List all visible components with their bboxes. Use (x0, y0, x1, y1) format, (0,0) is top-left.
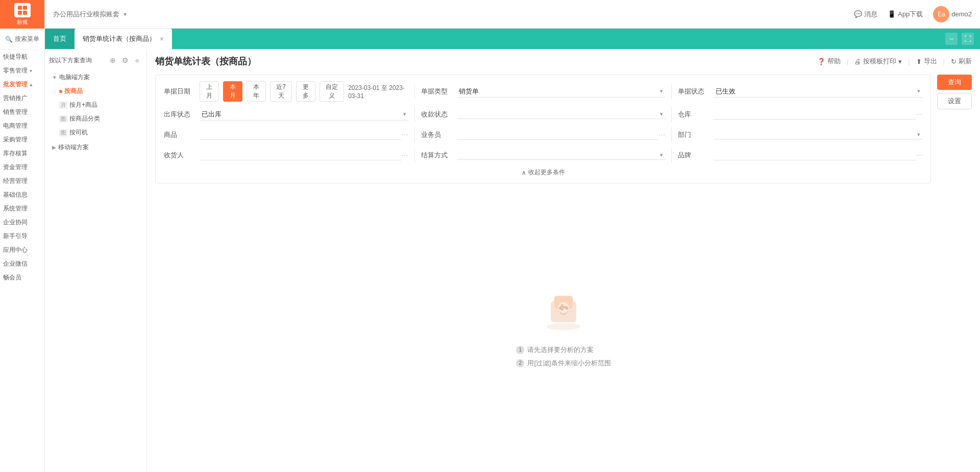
filter-storage-select[interactable]: 已出库 ▾ (200, 109, 408, 121)
query-button[interactable]: 查询 (937, 75, 972, 90)
tree-item-by-driver[interactable]: 图 按司机 (56, 126, 142, 139)
sidebar-item-retail[interactable]: 零售管理 ▾ (0, 64, 44, 78)
filter-salesman-dots[interactable]: ··· (658, 130, 665, 139)
filter-type-label: 单据类型 (421, 87, 457, 96)
date-btn-last-month[interactable]: 上月 (200, 81, 219, 102)
sidebar-item-apps[interactable]: 应用中心 (0, 243, 44, 257)
tree-group-mobile-label: 移动端方案 (58, 143, 89, 152)
filter-payment-method-item: 结算方式 ▾ (421, 151, 666, 160)
print-button[interactable]: 🖨 按模板打印 ▾ (854, 57, 902, 66)
action-buttons: 查询 设置 (937, 75, 972, 109)
svg-rect-1 (23, 6, 27, 10)
refresh-button[interactable]: ↻ 刷新 (951, 57, 972, 66)
filter-brand-input[interactable] (714, 150, 915, 160)
content-area: 按以下方案查询 ⊕ ⚙ « ▼ 电脑端方案 按商品 (45, 49, 980, 472)
refresh-icon: ↻ (951, 58, 957, 65)
tip-num-1: 1 (516, 346, 524, 354)
filter-status-select[interactable]: 已生效 ▾ (714, 86, 922, 98)
date-btn-this-month[interactable]: 本月 (223, 81, 242, 102)
filter-goods-input[interactable] (200, 130, 401, 140)
help-button[interactable]: ❓ 帮助 (817, 57, 841, 66)
sidebar-item-finance[interactable]: 资金管理 (0, 160, 44, 174)
tab-home[interactable]: 首页 (45, 29, 75, 49)
svg-rect-2 (18, 11, 22, 15)
top-bar-right: 💬 消息 📱 App下载 Ea demo2 (854, 6, 972, 22)
sidebar-item-wholesale[interactable]: 批发管理 ▴ (0, 78, 44, 91)
sidebar-item-quick-nav[interactable]: 快捷导航 (0, 50, 44, 64)
sidebar-item-marketing[interactable]: 营销推广 (0, 91, 44, 105)
tab-maximize-button[interactable]: ⛶ (962, 33, 974, 45)
date-btn-this-year[interactable]: 本年 (247, 81, 266, 102)
filter-payment-method-select[interactable]: ▾ (457, 151, 666, 160)
sidebar-item-enterprise[interactable]: 企业协同 (0, 216, 44, 229)
settings-scheme-button[interactable]: ⚙ (120, 55, 130, 65)
add-scheme-button[interactable]: ⊕ (108, 55, 118, 65)
filter-receiver-input[interactable] (200, 150, 401, 160)
filter-type-select[interactable]: 销货单 ▾ (457, 86, 666, 98)
sidebar-item-purchase[interactable]: 采购管理 (0, 133, 44, 147)
filter-payment-status-select[interactable]: ▾ (457, 110, 666, 119)
filter-warehouse-input[interactable] (714, 109, 915, 120)
sidebar-item-guide[interactable]: 新手引导 (0, 229, 44, 243)
tab-minimize-button[interactable]: − (945, 33, 958, 45)
tab-close-button[interactable]: × (160, 35, 164, 43)
date-btn-7days[interactable]: 近7天 (270, 81, 292, 102)
filter-dept-chevron: ▾ (917, 131, 920, 138)
filter-goods-label: 商品 (164, 130, 200, 139)
tree-dot-by-product (59, 90, 62, 93)
sidebar-item-basic-info[interactable]: 基础信息 (0, 188, 44, 202)
sidebar-item-ecommerce[interactable]: 电商管理 (0, 119, 44, 133)
filter-section: 单据日期 上月 本月 本年 近7天 更多 自定义 (155, 75, 931, 183)
collapse-button[interactable]: ∧ 收起更多条件 (522, 168, 565, 177)
print-icon: 🖨 (854, 58, 861, 65)
filter-storage-text: 已出库 (202, 110, 403, 119)
filter-brand-item: 品牌 ··· (678, 150, 922, 160)
filter-goods-dots[interactable]: ··· (401, 130, 408, 139)
message-icon: 💬 (854, 10, 862, 18)
avatar: Ea (933, 6, 949, 22)
separator3 (414, 107, 415, 122)
tree-item-by-product[interactable]: 按商品 (56, 84, 142, 98)
tab-sales-stats[interactable]: 销货单统计表（按商品） × (75, 29, 172, 49)
tree-item-by-category[interactable]: 图 按商品分类 (56, 112, 142, 126)
date-btn-custom[interactable]: 自定义 (320, 81, 344, 102)
search-menu-button[interactable]: 🔍 搜索菜单 (3, 33, 41, 45)
filter-payment-status-label: 收款状态 (421, 110, 457, 119)
app-download-button[interactable]: 📱 App下载 (888, 10, 923, 19)
user-profile[interactable]: Ea demo2 (933, 6, 972, 22)
svg-rect-9 (561, 304, 564, 311)
filter-brand-dots[interactable]: ··· (916, 151, 922, 160)
sidebar-item-member[interactable]: 畅会员 (0, 271, 44, 285)
filter-payment-status-value: ▾ (457, 110, 666, 119)
sidebar-item-wechat[interactable]: 企业微信 (0, 257, 44, 271)
date-btn-more[interactable]: 更多 (296, 81, 315, 102)
sidebar-item-system[interactable]: 系统管理 (0, 202, 44, 216)
message-button[interactable]: 💬 消息 (854, 10, 877, 19)
download-icon: 📱 (888, 10, 896, 18)
filter-warehouse-label: 仓库 (678, 110, 714, 119)
filter-receiver-value: ··· (200, 150, 408, 160)
tree-group-mobile-header[interactable]: ▶ 移动端方案 (49, 140, 142, 154)
empty-state-tips: 1 请先选择要分析的方案 2 用[过滤]条件来缩小分析范围 (516, 345, 610, 372)
sidebar-item-inventory[interactable]: 库存核算 (0, 147, 44, 160)
retail-arrow: ▾ (30, 68, 32, 74)
sidebar-item-sales[interactable]: 销售管理 (0, 105, 44, 119)
tree-item-by-month-product[interactable]: 月 按月+商品 (56, 98, 142, 112)
tree-group-desktop-header[interactable]: ▼ 电脑端方案 (49, 70, 142, 84)
separator8 (671, 148, 672, 163)
collapse-panel-button[interactable]: « (132, 55, 142, 65)
top-bar-dropdown-icon[interactable]: ▾ (124, 11, 127, 18)
export-button[interactable]: ⬆ 导出 (916, 57, 937, 66)
filter-receiver-dots[interactable]: ··· (401, 151, 408, 160)
empty-state: 1 请先选择要分析的方案 2 用[过滤]条件来缩小分析范围 (155, 190, 972, 466)
help-icon: ❓ (817, 58, 825, 65)
export-icon: ⬆ (916, 58, 922, 65)
filter-warehouse-dots[interactable]: ··· (916, 110, 922, 119)
filter-date-value: 上月 本月 本年 近7天 更多 自定义 2023-03-01 至 2023-03… (200, 81, 408, 102)
sidebar-item-operations[interactable]: 经营管理 (0, 174, 44, 188)
filter-salesman-input[interactable] (457, 130, 658, 140)
settings-button[interactable]: 设置 (937, 93, 972, 109)
filter-dept-select[interactable]: ▾ (714, 130, 922, 139)
filter-receiver-item: 收货人 ··· (164, 150, 408, 160)
filter-warehouse-value: ··· (714, 109, 922, 120)
